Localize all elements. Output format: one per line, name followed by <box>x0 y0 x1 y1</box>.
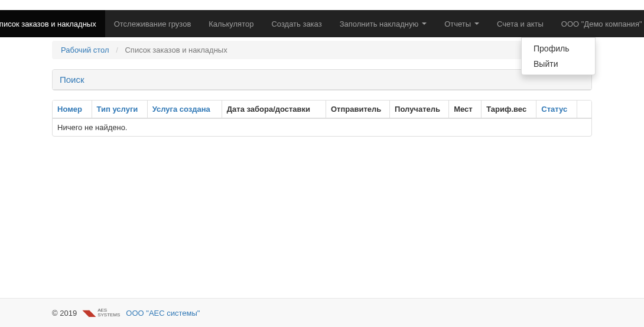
orders-table-wrap: Номер Тип услуги Услуга создана Дата заб… <box>52 100 592 137</box>
nav-company-menu[interactable]: ООО "Демо компания" <box>552 10 644 37</box>
breadcrumb: Рабочий стол / Список заказов и накладны… <box>52 41 592 59</box>
main-navbar: Список заказов и накладных Отслеживание … <box>0 10 644 37</box>
col-pickup-date: Дата забора/доставки <box>222 101 326 118</box>
orders-table: Номер Тип услуги Услуга создана Дата заб… <box>53 101 591 136</box>
user-dropdown: Профиль Выйти <box>521 37 596 75</box>
nav-orders-list[interactable]: Список заказов и накладных <box>0 10 105 37</box>
breadcrumb-separator: / <box>116 46 118 54</box>
page-footer: © 2019 ◥◣ AES SYSTEMS ООО "АЕС системы" <box>0 298 644 327</box>
chevron-down-icon <box>474 22 479 25</box>
col-sender: Отправитель <box>326 101 389 118</box>
col-created[interactable]: Услуга создана <box>147 101 222 118</box>
col-tariff-weight: Тариф.вес <box>482 101 536 118</box>
copyright: © 2019 <box>52 309 77 318</box>
dropdown-logout[interactable]: Выйти <box>522 56 595 72</box>
col-status[interactable]: Статус <box>536 101 577 118</box>
breadcrumb-root-link[interactable]: Рабочий стол <box>61 46 109 54</box>
nav-fill-waybill[interactable]: Заполнить накладную <box>331 10 436 37</box>
nav-create-order[interactable]: Создать заказ <box>262 10 330 37</box>
col-service-type[interactable]: Тип услуги <box>92 101 147 118</box>
nav-calculator[interactable]: Калькулятор <box>200 10 262 37</box>
nav-reports[interactable]: Отчеты <box>435 10 488 37</box>
search-panel-toggle[interactable]: Поиск <box>53 70 591 90</box>
dropdown-profile[interactable]: Профиль <box>522 41 595 56</box>
aes-logo: ◥◣ AES SYSTEMS <box>83 308 120 318</box>
breadcrumb-current: Список заказов и накладных <box>125 46 227 54</box>
col-places: Мест <box>449 101 482 118</box>
chevron-down-icon <box>422 22 427 25</box>
col-recipient: Получатель <box>390 101 449 118</box>
table-empty-row: Ничего не найдено. <box>53 118 591 136</box>
search-panel: Поиск <box>52 69 592 90</box>
col-actions <box>577 101 591 118</box>
footer-company-link[interactable]: ООО "АЕС системы" <box>126 309 200 318</box>
logo-mark-icon: ◥◣ <box>83 308 96 318</box>
empty-text: Ничего не найдено. <box>53 118 591 136</box>
nav-invoices[interactable]: Счета и акты <box>488 10 552 37</box>
nav-tracking[interactable]: Отслеживание грузов <box>105 10 200 37</box>
col-number[interactable]: Номер <box>53 101 92 118</box>
